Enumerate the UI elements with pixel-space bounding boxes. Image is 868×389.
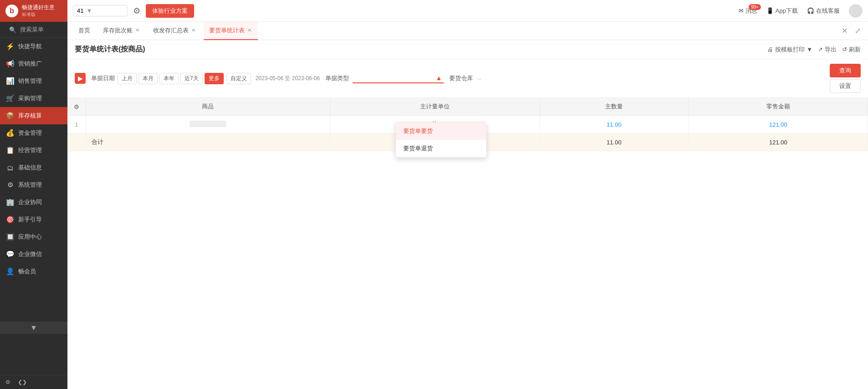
filter-settings-btn[interactable]: 设置 <box>830 79 861 93</box>
operation-icon: 📋 <box>5 146 15 154</box>
tab-maximize-area: ✕ ⤢ <box>840 25 863 37</box>
tab-receive-send-close[interactable]: ✕ <box>190 26 196 34</box>
system-icon: ⚙ <box>5 181 15 189</box>
row-num: 1 <box>67 116 86 133</box>
user-avatar[interactable] <box>849 4 863 18</box>
filter-expand-btn[interactable]: ▶ <box>75 73 86 84</box>
wechat-icon: 💬 <box>5 250 15 258</box>
sidebar-label-purchase: 采购管理 <box>18 94 42 102</box>
dropdown-item-order-normal[interactable]: 要货单要货 <box>396 123 486 140</box>
tab-home[interactable]: 首页 <box>73 22 96 40</box>
warehouse-dots-icon[interactable]: ··· <box>477 75 482 82</box>
finance-icon: 💰 <box>5 129 15 137</box>
print-btn[interactable]: 🖨 按模板打印 ▼ <box>767 46 812 54</box>
tab-inventory-batch-close[interactable]: ✕ <box>134 26 140 34</box>
row-quantity: 11.00 <box>539 116 688 133</box>
sidebar-label-enterprise: 企业协同 <box>18 198 42 206</box>
logo-title: 畅捷通好生意 <box>22 4 55 11</box>
sidebar-item-system[interactable]: ⚙ 系统管理 <box>0 176 67 194</box>
date-shortcuts: 上月 本月 本年 近7天 更多 <box>118 73 224 84</box>
table-settings-icon: ⚙ <box>74 103 79 110</box>
sales-icon: 📊 <box>5 77 15 85</box>
date-custom-btn[interactable]: 自定义 <box>226 73 251 84</box>
trial-btn[interactable]: 体验行业方案 <box>146 4 194 18</box>
doc-type-select[interactable]: ▲ <box>353 73 444 83</box>
sidebar-item-enterprise[interactable]: 🏢 企业协同 <box>0 194 67 211</box>
tab-receive-send[interactable]: 收发存汇总表 ✕ <box>148 22 202 40</box>
store-name: 41 <box>77 7 83 14</box>
total-empty-1 <box>67 133 86 151</box>
sidebar-item-inventory[interactable]: 📦 库存核算 <box>0 107 67 124</box>
sidebar-label-guide: 新手引导 <box>18 215 42 224</box>
sidebar-collapse-btn[interactable]: ❮❯ <box>18 379 27 385</box>
export-btn[interactable]: ↗ 导出 <box>818 46 837 54</box>
tab-close-all-btn[interactable]: ✕ <box>840 25 849 37</box>
filter-actions: 查询 设置 <box>830 64 861 93</box>
header: 41 ▼ ⚙ 体验行业方案 ✉ 消息 99+ 📱 App下载 🎧 在线客服 <box>67 0 868 22</box>
doc-type-dropdown-icon[interactable]: ▲ <box>436 74 442 82</box>
col-quantity: 主数量 <box>539 98 688 116</box>
sidebar-item-appstore[interactable]: 🔲 应用中心 <box>0 228 67 246</box>
date-this-month-btn[interactable]: 本月 <box>139 73 158 84</box>
doc-type-label: 单据类型 <box>325 74 349 82</box>
col-product: 商品 <box>86 98 330 116</box>
logo-icon: b <box>5 5 18 17</box>
date-this-year-btn[interactable]: 本年 <box>159 73 179 84</box>
total-amount: 121.00 <box>688 133 868 151</box>
sidebar-item-basic[interactable]: 🗂 基础信息 <box>0 159 67 176</box>
warehouse-label: 要货仓库 <box>449 74 473 82</box>
header-settings-icon[interactable]: ⚙ <box>133 6 140 16</box>
search-label: 搜索菜单 <box>20 26 44 34</box>
header-right: ✉ 消息 99+ 📱 App下载 🎧 在线客服 <box>739 4 863 18</box>
purchase-icon: 🛒 <box>5 94 15 102</box>
export-icon: ↗ <box>818 46 823 53</box>
tab-maximize-btn[interactable]: ⤢ <box>853 25 863 37</box>
col-settings[interactable]: ⚙ <box>67 98 86 116</box>
sidebar-settings-btn[interactable]: ⚙ <box>5 379 10 385</box>
sidebar-item-operation[interactable]: 📋 经营管理 <box>0 142 67 159</box>
row-quantity-link[interactable]: 11.00 <box>606 121 621 128</box>
sidebar-item-sales[interactable]: 📊 销售管理 <box>0 72 67 90</box>
dropdown-item-order-return[interactable]: 要货单退货 <box>396 140 486 157</box>
tab-inventory-batch[interactable]: 库存批次账 ✕ <box>98 22 146 40</box>
shortcuts-icon: ⚡ <box>5 42 15 51</box>
sidebar-item-marketing[interactable]: 📢 营销推广 <box>0 55 67 72</box>
sidebar-item-finance[interactable]: 💰 资金管理 <box>0 124 67 142</box>
page-actions: 🖨 按模板打印 ▼ ↗ 导出 ↺ 刷新 <box>767 46 861 54</box>
date-prev-month-btn[interactable]: 上月 <box>118 73 137 84</box>
notifications-item[interactable]: ✉ 消息 99+ <box>739 7 757 15</box>
total-label: 合计 <box>86 133 330 151</box>
sidebar-search[interactable]: 🔍 搜索菜单 <box>0 22 67 38</box>
sidebar-label-system: 系统管理 <box>18 181 42 189</box>
app-download-item[interactable]: 📱 App下载 <box>766 7 798 15</box>
col-unit: 主计量单位 <box>330 98 539 116</box>
sidebar-label-inventory: 库存核算 <box>18 112 42 120</box>
date-more-btn[interactable]: 更多 <box>205 73 224 84</box>
logo-subtitle: 标准版 <box>22 11 55 18</box>
tab-order-stats-close[interactable]: ✕ <box>247 26 252 34</box>
row-amount-link[interactable]: 121.00 <box>769 121 787 128</box>
sidebar-item-purchase[interactable]: 🛒 采购管理 <box>0 90 67 107</box>
doc-type-dropdown: 要货单要货 要货单退货 <box>395 122 487 158</box>
app-download-label: App下载 <box>776 7 798 15</box>
print-label: 按模板打印 <box>775 46 805 54</box>
print-icon: 🖨 <box>767 46 773 53</box>
sidebar-item-member[interactable]: 👤 畅会员 <box>0 263 67 280</box>
doc-type-input[interactable] <box>354 75 436 82</box>
sidebar-item-wechat[interactable]: 💬 企业微信 <box>0 246 67 263</box>
query-btn[interactable]: 查询 <box>830 64 861 77</box>
sidebar-item-guide[interactable]: 🎯 新手引导 <box>0 211 67 228</box>
store-selector[interactable]: 41 ▼ <box>73 5 128 16</box>
tab-order-stats-label: 要货单统计表 <box>209 26 245 35</box>
online-service-item[interactable]: 🎧 在线客服 <box>807 7 840 15</box>
sidebar-label-operation: 经营管理 <box>18 146 42 154</box>
table-header-row: ⚙ 商品 主计量单位 主数量 零售金额 <box>67 98 868 116</box>
sidebar-item-shortcuts[interactable]: ⚡ 快捷导航 <box>0 38 67 55</box>
sidebar-bottom: ⚙ ❮❯ <box>0 375 67 389</box>
tab-order-stats[interactable]: 要货单统计表 ✕ <box>204 22 258 40</box>
online-service-label: 在线客服 <box>816 7 840 15</box>
date-7days-btn[interactable]: 近7天 <box>180 73 203 84</box>
sidebar-scroll-down[interactable]: ▼ <box>0 322 67 334</box>
refresh-btn[interactable]: ↺ 刷新 <box>842 46 861 54</box>
app-download-icon: 📱 <box>766 7 774 14</box>
